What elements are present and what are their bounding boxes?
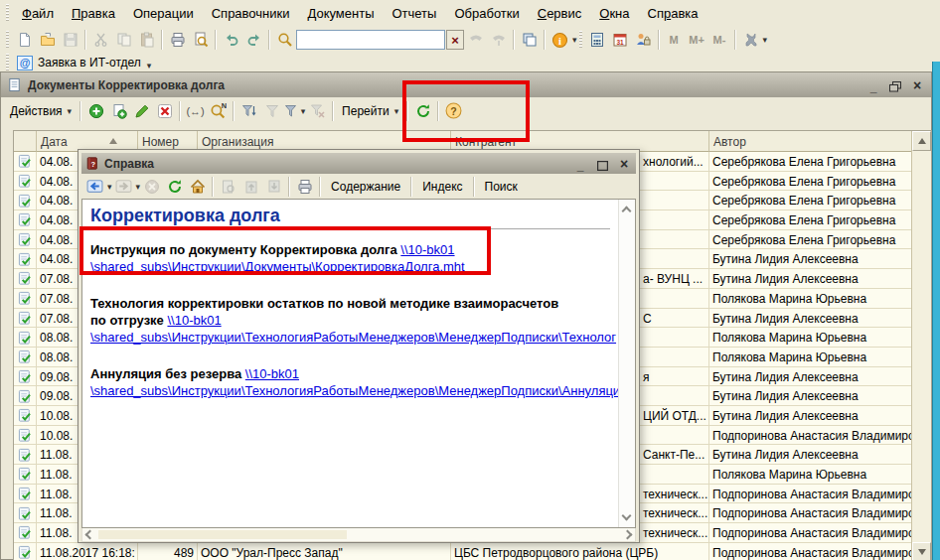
chevron-left-icon[interactable] [85,530,95,540]
menu-item[interactable]: Окна [590,2,638,25]
add-icon[interactable] [84,100,107,122]
open-icon[interactable] [36,29,59,51]
memory-button[interactable]: M [663,29,686,51]
toolbar-grip[interactable] [6,54,9,71]
info-icon[interactable]: i [548,29,571,51]
menu-item[interactable]: Справочники [203,2,299,25]
filter-dropdown-icon[interactable]: ▾ [283,100,306,122]
minimize-button[interactable]: _ [865,78,881,92]
phone-call-icon[interactable] [464,29,487,51]
help-print-icon[interactable] [293,176,316,198]
menu-item[interactable]: Правка [63,2,124,25]
search-icon[interactable] [273,29,296,51]
restore-button[interactable] [887,78,903,92]
memory-minus-button[interactable]: M- [708,29,731,51]
table-row-bottom[interactable]: 11.08.2017 16:18: 489 ООО "Урал-Пресс За… [14,543,931,560]
contents-button[interactable]: Содержание [324,177,407,197]
copy-icon[interactable] [112,29,135,51]
home-icon[interactable] [186,176,209,198]
help-icon[interactable]: ? [442,100,465,122]
search-button[interactable]: Поиск [478,177,525,197]
doc-down-icon[interactable] [262,176,285,198]
refresh-icon[interactable] [411,100,434,122]
help-maximize-button[interactable] [594,157,610,171]
info-dropdown-icon[interactable]: ▾ [572,35,577,45]
menu-item[interactable]: Отчеты [383,2,445,25]
edit-icon[interactable] [130,100,153,122]
section-path-link[interactable]: \shared_subs\Инструкции\ТехнологияРаботы… [90,382,618,399]
help-window-titlebar[interactable]: ? Справка _ × [81,153,636,174]
cut-icon[interactable] [89,29,112,51]
posted-doc-icon [14,367,37,387]
section-path-link[interactable]: \shared_subs\Инструкции\ТехнологияРаботы… [90,329,618,346]
table-vertical-scrollbar[interactable] [911,131,931,560]
actions-button[interactable]: Действия▾ [5,101,77,121]
service-settings-icon[interactable] [739,29,762,51]
redo-icon[interactable] [242,29,265,51]
window-copy-icon[interactable] [518,29,541,51]
toolbar-grip[interactable] [579,31,582,49]
menu-item[interactable]: Документы [298,2,383,25]
save-icon[interactable] [59,29,81,51]
header-author[interactable]: Автор [709,131,913,152]
scroll-down-button[interactable] [912,542,931,560]
menu-item[interactable]: Операции [124,2,203,25]
section-server-link[interactable]: \\10-bk01 [245,366,299,381]
toolbar-grip[interactable] [6,4,9,22]
paste-icon[interactable] [135,29,158,51]
doc-up-icon[interactable] [239,176,262,198]
add-copy-icon[interactable] [107,100,130,122]
menu-item[interactable]: Справка [639,2,707,25]
find-by-number-icon[interactable]: N [207,100,230,122]
chevron-up-icon[interactable] [622,207,632,216]
print-preview-icon[interactable] [189,29,212,51]
clear-search-icon[interactable]: × [446,30,464,50]
filter-icon[interactable] [260,100,283,122]
help-horizontal-scrollbar[interactable] [81,528,636,542]
phone-hangup-icon[interactable] [487,29,510,51]
section-server-link[interactable]: \\10-bk01 [167,313,221,328]
print-icon[interactable] [166,29,189,51]
toolbar-grip[interactable] [6,31,9,49]
separator [84,30,86,50]
calendar-icon[interactable]: 31 [609,29,632,51]
scroll-up-button[interactable] [912,131,931,151]
user-permissions-icon[interactable] [632,29,655,51]
document-window-titlebar[interactable]: Документы Корректировка долга _ × [1,72,931,97]
index-button[interactable]: Индекс [415,177,469,197]
help-close-button[interactable]: × [616,157,632,171]
chevron-down-icon[interactable] [622,511,632,521]
settings-dropdown-icon[interactable]: ▾ [763,35,768,45]
quick-search-input[interactable] [297,31,457,49]
filter-sort-icon[interactable] [237,100,260,122]
help-refresh-icon[interactable] [163,176,186,198]
stop-icon[interactable] [140,176,163,198]
menu-item[interactable]: Обработки [445,2,528,25]
section-title: Технология корректировки остатков по нов… [90,296,558,328]
help-vertical-scrollbar[interactable] [618,200,635,527]
memory-plus-button[interactable]: M+ [686,29,708,51]
forward-icon[interactable] [112,176,135,198]
view-doc-icon[interactable] [217,176,239,198]
menu-item[interactable]: Файл [13,2,63,25]
back-dropdown-icon[interactable]: ▾ [107,182,112,192]
section-server-link[interactable]: \\10-bk01 [400,242,454,257]
chevron-right-icon[interactable] [623,530,633,540]
section-path-link[interactable]: \shared_subs\Инструкции\Документы\Коррек… [90,258,618,275]
restore-column-width-icon[interactable]: (↔) [184,100,207,122]
goto-button[interactable]: Перейти▾ [337,101,403,121]
new-document-icon[interactable] [13,29,36,51]
posted-doc-icon [14,426,37,446]
it-request-button[interactable]: @ Заявка в ИТ-отдел ▾ [13,55,155,70]
back-icon[interactable] [83,176,106,198]
menu-item[interactable]: Сервис [529,2,591,25]
calculator-icon[interactable] [586,29,609,51]
undo-icon[interactable] [220,29,242,51]
toolbar-overflow-icon[interactable]: ▾ [147,61,152,70]
header-status[interactable] [14,131,37,152]
help-minimize-button[interactable]: _ [572,157,588,171]
scrollbar-thumb[interactable] [98,530,347,539]
filter-clear-icon[interactable] [306,100,329,122]
delete-icon[interactable] [153,100,176,122]
close-button[interactable]: × [909,78,925,92]
